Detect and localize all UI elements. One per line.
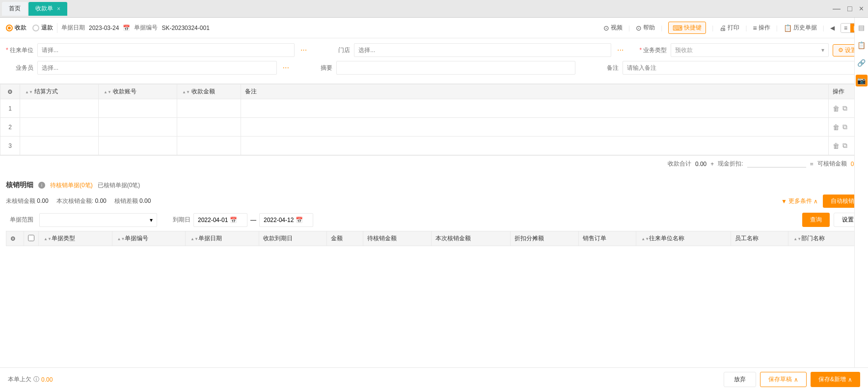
date-start-input[interactable]: 2022-04-01 📅 [193, 213, 247, 227]
row-3-delete-icon[interactable]: 🗑 [833, 142, 840, 150]
due-label: 到期日 [163, 216, 190, 224]
row-2-amount[interactable] [177, 118, 241, 137]
range-select[interactable]: ▾ [39, 213, 157, 227]
summary-input[interactable] [341, 64, 571, 71]
sort-doc-date: ▲▼ [190, 237, 198, 241]
hexiao-info-icon[interactable]: i [38, 182, 45, 189]
main-table: ⚙ ▲▼ 结算方式 ▲▼ 收款账号 ▲▼ 收款金额 备注 [0, 84, 868, 155]
settings-col-icon[interactable]: ⚙ [10, 235, 16, 242]
footer-stat-info-icon[interactable]: ⓘ [33, 375, 39, 384]
sidebar-camera-icon[interactable]: 📷 [856, 75, 868, 86]
th-discount: 折扣分摊额 [511, 231, 579, 246]
row-2-settlement[interactable] [20, 118, 99, 137]
staff-more-btn[interactable]: ··· [283, 63, 289, 72]
partner-input[interactable] [42, 47, 290, 54]
footer-stat-value: 0.00 [41, 376, 53, 383]
video-icon: ⊙ [603, 24, 609, 32]
row-2-remark[interactable] [241, 118, 829, 137]
sort-partner: ▲▼ [641, 237, 649, 241]
footer-btns: 放弃 保存草稿 ∧ 保存&新增 ∧ [724, 372, 860, 387]
range-chevron-icon: ▾ [150, 217, 153, 223]
maximize-btn[interactable]: □ [845, 3, 855, 14]
th-remark: 备注 [241, 84, 829, 99]
discount-input[interactable] [747, 160, 806, 168]
tab-home[interactable]: 首页 [2, 2, 27, 16]
diff-label: 核销差额 [114, 197, 138, 204]
hexiao-stats: 未核销金额 0.00 本次核销金额: 0.00 核销差额 0.00 ▼ 更多条件… [6, 195, 862, 208]
unchecked-value: 0.00 [37, 197, 48, 204]
date-end-input[interactable]: 2022-04-12 📅 [259, 213, 313, 227]
th-dept: ▲▼部门名称 [788, 231, 862, 246]
row-2-account[interactable] [99, 118, 177, 137]
row-1-settlement[interactable] [20, 99, 99, 118]
row-1-account[interactable] [99, 99, 177, 118]
calendar-start-icon[interactable]: 📅 [230, 217, 237, 223]
tab-receipt-close[interactable]: × [57, 5, 60, 12]
row-3-amount[interactable] [177, 137, 241, 155]
query-btn[interactable]: 查询 [802, 213, 830, 227]
sidebar-link-icon[interactable]: 🔗 [856, 57, 868, 69]
row-1-remark[interactable] [241, 99, 829, 118]
pending-tab[interactable]: 待核销单据(0笔) [50, 181, 93, 190]
discard-btn[interactable]: 放弃 [724, 372, 756, 387]
row-3-settlement[interactable] [20, 137, 99, 155]
filter-icon: ▼ [781, 198, 787, 205]
store-input[interactable] [358, 47, 607, 54]
date-start-value: 2022-04-01 [198, 217, 228, 223]
calendar-end-icon[interactable]: 📅 [296, 217, 303, 223]
staff-input[interactable] [42, 64, 272, 71]
sidebar-table-icon[interactable]: ▤ [856, 22, 868, 33]
tab-receipt-label: 收款单 [35, 4, 53, 13]
th-pending: 待核销金额 [363, 231, 432, 246]
print-icon: 🖨 [719, 24, 726, 32]
row-1-amount[interactable] [177, 99, 241, 118]
minimize-btn[interactable]: — [830, 3, 843, 14]
date-value[interactable]: 2023-03-24 [89, 25, 119, 31]
th-current-amount: 本次核销金额 [432, 231, 511, 246]
range-label: 单据范围 [6, 216, 33, 224]
row-2-delete-icon[interactable]: 🗑 [833, 123, 840, 131]
diff-value: 0.00 [139, 197, 151, 204]
sort-icon-amount: ▲▼ [182, 90, 190, 94]
row-3-remark[interactable] [241, 137, 829, 155]
biz-type-select[interactable]: 预收款 ▾ [671, 43, 829, 57]
video-btn[interactable]: ⊙ 视频 [603, 24, 623, 32]
receipt-radio[interactable]: 收款 [6, 24, 27, 32]
help-btn[interactable]: ⊙ 帮助 [636, 24, 655, 32]
page-footer: 本单上欠 ⓘ 0.00 放弃 保存草稿 ∧ 保存&新增 ∧ [0, 367, 868, 391]
save-draft-btn[interactable]: 保存草稿 ∧ [760, 372, 807, 387]
table-settings-th[interactable]: ⚙ [0, 84, 20, 99]
save-new-btn[interactable]: 保存&新增 ∧ [811, 372, 860, 387]
history-btn[interactable]: 📋 历史单据 [784, 24, 817, 32]
print-btn[interactable]: 🖨 打印 [719, 24, 739, 32]
operation-btn[interactable]: ≡ 操作 [753, 24, 770, 32]
more-conditions-btn[interactable]: ▼ 更多条件 ∧ [781, 197, 818, 205]
refund-radio[interactable]: 退款 [32, 24, 53, 32]
remark-input-container [623, 61, 862, 75]
list-view-btn[interactable]: ≡ [841, 24, 850, 32]
done-tab[interactable]: 已核销单据(0笔) [98, 181, 140, 190]
row-3-copy-icon[interactable]: ⧉ [842, 141, 847, 150]
th-partner-name: ▲▼往来单位名称 [636, 231, 731, 246]
partner-more-btn[interactable]: ··· [300, 46, 307, 55]
select-all-checkbox[interactable] [28, 235, 34, 241]
calendar-icon[interactable]: 📅 [123, 25, 130, 31]
sort-icon-account: ▲▼ [104, 90, 111, 94]
row-1-copy-icon[interactable]: ⧉ [842, 104, 847, 112]
filter-row: 单据范围 ▾ 到期日 2022-04-01 📅 — 2022-04-12 📅 查… [6, 213, 862, 227]
done-tab-label: 已核销单据(0笔) [98, 181, 140, 190]
row-1-delete-icon[interactable]: 🗑 [833, 105, 840, 112]
tab-receipt[interactable]: 收款单 × [28, 2, 67, 16]
row-2-copy-icon[interactable]: ⧉ [842, 123, 847, 131]
table-settings-icon[interactable]: ⚙ [7, 88, 13, 95]
sort-doc-type: ▲▼ [44, 237, 52, 241]
nav-left-icon[interactable]: ◀ [830, 25, 835, 31]
sidebar-doc-icon[interactable]: 📋 [856, 39, 868, 51]
th-due-date: 收款到期日 [259, 231, 327, 246]
account-label: 收款账号 [113, 88, 136, 95]
close-btn[interactable]: × [857, 3, 866, 14]
shortcut-btn[interactable]: ⌨ 快捷键 [668, 22, 706, 34]
remark-input[interactable] [627, 64, 858, 71]
row-3-account[interactable] [99, 137, 177, 155]
store-more-btn[interactable]: ··· [617, 46, 624, 55]
